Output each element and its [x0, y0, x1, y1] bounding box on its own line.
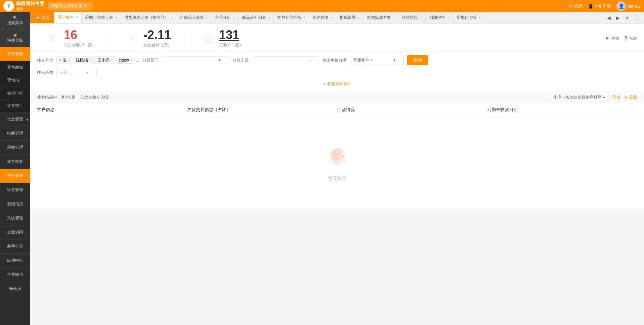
query-button[interactable]: 查询 — [407, 55, 428, 65]
top-bar: ¥ 畅捷通好生意 标版 母婴行业演示账套 ▾ ✉ 消息 📱 App下载 👤 de… — [0, 0, 644, 12]
tab-customer-contact[interactable]: 客户联络 × — [309, 12, 336, 24]
industry-dropdown[interactable]: 母婴行业演示账套 ▾ — [48, 2, 93, 10]
close-icon[interactable]: × — [393, 16, 395, 20]
tab-production-in[interactable]: 产成品入库单 × — [176, 12, 212, 24]
help-button[interactable]: ❓ 帮助 — [623, 36, 637, 41]
tab-home[interactable]: 🏠 首页 — [30, 12, 54, 24]
results-actions: 排序：按欠款金额倒序排序 ▾ ↑ 导出 ↻ 刷新 — [553, 95, 637, 100]
sidebar-item-label: 营销推广 — [7, 78, 23, 82]
close-icon[interactable]: × — [303, 16, 305, 20]
industry-selector[interactable]: 母婴行业演示账套 ▾ — [44, 2, 569, 10]
sidebar-item-purchase[interactable]: 采购管理 — [0, 141, 30, 155]
tab-goods-stats[interactable]: 进货单统计表（按商品） × — [121, 12, 176, 24]
sidebar-item-ecommerce[interactable]: 电商管理 — [0, 127, 30, 141]
close-icon[interactable]: × — [331, 16, 333, 20]
sidebar-item-retail-stats[interactable]: 零售统计 — [0, 100, 30, 112]
sidebar-item-wecom[interactable]: 企业微信 — [0, 268, 30, 282]
tab-scroll-left[interactable]: ◀ — [605, 15, 613, 21]
close-icon[interactable]: × — [478, 16, 480, 20]
sidebar-search[interactable]: 🔍 搜索菜单 — [0, 12, 30, 30]
sidebar-item-system[interactable]: 系统管理 — [0, 211, 30, 225]
sort-select[interactable]: 排序：按欠款金额倒序排序 ▾ — [553, 95, 605, 100]
stat-icon-customers: ¥ — [44, 30, 60, 47]
user-menu[interactable]: 👤 demo2 — [616, 1, 641, 11]
app-download-button[interactable]: 📱 App下载 — [588, 3, 611, 9]
sidebar-item-retail-shop[interactable]: 零售商城 — [0, 61, 30, 74]
tab-close-all[interactable]: ✕ — [623, 15, 631, 21]
filter-dept-label: 分管部门 — [142, 58, 159, 63]
sidebar-item-wholesale[interactable]: 批发管理 ▾ — [0, 112, 30, 127]
tab-add-commission[interactable]: 新增提成方案 × — [363, 12, 399, 24]
export-button[interactable]: ↑ 导出 — [609, 95, 620, 100]
sidebar-item-label: 基础信息 — [7, 202, 23, 206]
svg-point-3 — [334, 153, 336, 155]
sidebar-item-basic-info[interactable]: 基础信息 — [0, 197, 30, 211]
filter-unit-type-label: 往来单位分类 — [323, 58, 347, 63]
remove-tag-cjttcw[interactable]: × — [130, 59, 132, 62]
sidebar-item-finance[interactable]: 资金管理 — [0, 169, 30, 183]
tab-label: 新增提成方案 — [367, 15, 391, 21]
filter-dept-select[interactable]: ▾ — [162, 56, 229, 64]
sidebar-item-marketing[interactable]: 营销推广 — [0, 74, 30, 87]
close-icon[interactable]: × — [233, 16, 235, 20]
main-layout: 🔍 搜索菜单 ⚡ 快捷导航 零售管理 零售商城 营销推广 会员中心 零售统计 批… — [0, 12, 644, 325]
tab-label: 进货单统计表（按商品） — [124, 15, 169, 21]
collapse-button[interactable]: ∧ 收起更多条件 — [323, 80, 351, 88]
tab-product-analysis-list[interactable]: 商品分析列表 × — [239, 12, 274, 24]
export-icon: ↑ — [609, 95, 611, 100]
close-icon[interactable]: × — [115, 16, 117, 20]
close-icon[interactable]: × — [447, 16, 449, 20]
sidebar-item-retail-mgmt[interactable]: 零售管理 — [0, 47, 30, 61]
tab-operations[interactable]: 经营情况 × — [398, 12, 426, 24]
remove-tag-chen[interactable]: × — [89, 59, 91, 62]
collapse-label: 收起更多条件 — [327, 81, 351, 87]
filter-manager-dots[interactable]: ... — [307, 58, 311, 63]
sidebar-item-enterprise[interactable]: 企业协同 — [0, 225, 30, 240]
stat-item-total-customers: 131 总客户（家） — [219, 29, 243, 48]
filter-tag-x[interactable]: × — [59, 58, 61, 63]
sidebar-item-label: 畅会员 — [9, 286, 21, 291]
sidebar-item-operations[interactable]: 经营管理 — [0, 183, 30, 197]
close-icon[interactable]: × — [76, 15, 78, 19]
tab-label: 利润报告 — [429, 15, 445, 21]
sidebar-item-label: 会员中心 — [7, 91, 23, 95]
close-icon[interactable]: × — [206, 16, 208, 20]
close-icon[interactable]: × — [268, 16, 270, 20]
tab-purchase-stats[interactable]: 采购订单统计表 × — [82, 12, 121, 24]
filter-manager-select[interactable]: ... — [252, 56, 319, 64]
tab-commission-setting[interactable]: 提成设置 × — [336, 12, 363, 24]
close-icon[interactable]: × — [420, 16, 422, 20]
filter-unit-type-select[interactable]: 普通客户 × ▾ — [350, 56, 404, 65]
message-icon: ✉ — [569, 4, 572, 9]
remove-tag-wang[interactable]: × — [111, 59, 113, 62]
tab-customer-tier[interactable]: 客户分层经营 × — [274, 12, 309, 24]
tab-maximize[interactable]: ⛶ — [633, 15, 641, 21]
filter-more-button[interactable]: ... — [136, 58, 139, 63]
close-icon[interactable]: × — [358, 16, 360, 20]
sidebar-item-app-center[interactable]: 应用中心 — [0, 254, 30, 268]
sidebar-item-inventory[interactable]: 库存核算 — [0, 155, 30, 169]
video-button[interactable]: ▶ 视频 — [606, 36, 619, 41]
stat-icon-debt: ✦ — [123, 30, 140, 47]
sidebar-item-member-center[interactable]: 会员中心 — [0, 87, 30, 100]
page-content: ¥ 16 总欠款客户（家） ✦ -2.11 欠 — [30, 24, 644, 325]
collapse-row: ∧ 收起更多条件 — [37, 80, 637, 88]
chevron-down-icon: ▾ — [393, 58, 395, 63]
tab-product-analysis[interactable]: 商品分析 × — [211, 12, 239, 24]
remove-tag-wu[interactable]: × — [68, 59, 70, 62]
table-area: 客户信息 欠款交易信息（占比） 回款情况 到期未收款日期 — [30, 103, 644, 209]
debt-customers-label: 总欠款客户（家） — [64, 42, 96, 48]
message-button[interactable]: ✉ 消息 — [569, 3, 583, 9]
sidebar-quick-nav[interactable]: ⚡ 快捷导航 — [0, 30, 30, 47]
tab-scroll-right[interactable]: ▶ — [614, 15, 622, 21]
tab-profit-report[interactable]: 利润报告 × — [426, 12, 453, 24]
close-icon[interactable]: × — [171, 16, 173, 20]
filter-tag-label: cjttcw — [119, 58, 129, 63]
empty-icon — [324, 143, 351, 170]
sidebar-item-guide[interactable]: 新手引导 — [0, 240, 30, 254]
tab-customer-ledger[interactable]: 客户账本 × — [54, 12, 82, 24]
sidebar-item-member[interactable]: 畅会员 — [0, 282, 30, 296]
filter-balance-select[interactable]: 选择... ▾ — [56, 68, 97, 77]
tab-retail-profit[interactable]: 零售利润报 × — [453, 12, 484, 24]
refresh-button[interactable]: ↻ 刷新 — [625, 95, 637, 100]
